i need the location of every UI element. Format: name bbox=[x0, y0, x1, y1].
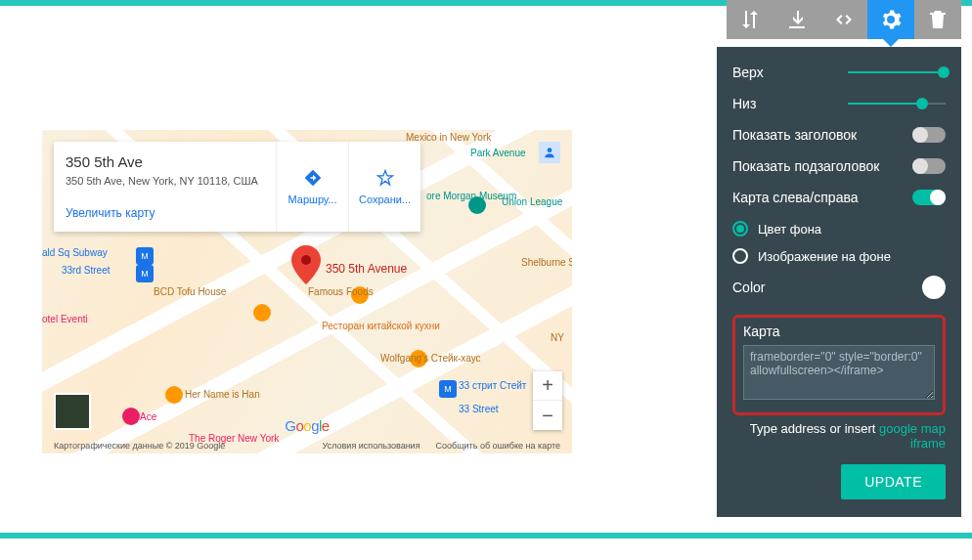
copyright-text: Картографические данные © 2019 Google bbox=[54, 441, 225, 451]
enlarge-map-link[interactable]: Увеличить карту bbox=[66, 206, 155, 220]
bg-image-label: Изображение на фоне bbox=[758, 249, 891, 264]
swap-button[interactable] bbox=[727, 0, 773, 39]
show-subtitle-label: Показать подзаголовок bbox=[732, 158, 879, 174]
top-slider-label: Верх bbox=[732, 65, 764, 80]
gmap-iframe-link[interactable]: google map iframe bbox=[879, 421, 946, 451]
info-title: 350 5th Ave bbox=[66, 153, 264, 170]
zoom-out-button[interactable]: − bbox=[533, 401, 562, 430]
zoom-in-button[interactable]: + bbox=[533, 371, 562, 401]
settings-button[interactable] bbox=[867, 0, 914, 39]
top-slider[interactable] bbox=[848, 71, 946, 73]
show-title-toggle[interactable] bbox=[912, 127, 946, 143]
profile-icon[interactable] bbox=[539, 142, 560, 163]
editor-toolbar bbox=[727, 0, 961, 39]
helper-text: Type address or insert google map iframe bbox=[732, 421, 946, 451]
map-footer: Картографические данные © 2019 Google Ус… bbox=[42, 441, 572, 451]
bottom-slider-label: Низ bbox=[732, 96, 756, 111]
map-code-label: Карта bbox=[743, 323, 935, 339]
color-label: Color bbox=[732, 280, 765, 295]
code-button[interactable] bbox=[820, 0, 867, 39]
show-subtitle-toggle[interactable] bbox=[912, 158, 946, 174]
directions-button[interactable]: Маршру... bbox=[276, 142, 348, 232]
color-swatch[interactable] bbox=[922, 276, 946, 299]
bottom-slider[interactable] bbox=[848, 103, 946, 105]
map-info-card: 350 5th Ave 350 5th Ave, New York, NY 10… bbox=[54, 142, 420, 232]
map-marker-icon bbox=[291, 245, 321, 288]
bg-color-label: Цвет фона bbox=[758, 222, 821, 237]
settings-panel: Верх Низ Показать заголовок Показать под… bbox=[717, 47, 961, 517]
marker-label: 350 5th Avenue bbox=[326, 262, 407, 276]
svg-point-0 bbox=[301, 255, 311, 265]
google-logo: Google bbox=[285, 417, 329, 434]
bg-image-radio[interactable]: Изображение на фоне bbox=[732, 248, 946, 264]
zoom-controls: + − bbox=[533, 371, 562, 430]
map-side-toggle[interactable] bbox=[912, 190, 946, 205]
map-side-label: Карта слева/справа bbox=[732, 190, 858, 205]
map-preview: Mexico in New York Park Avenue ore Morga… bbox=[42, 130, 572, 453]
show-title-label: Показать заголовок bbox=[732, 127, 857, 143]
delete-button[interactable] bbox=[914, 0, 961, 39]
save-place-button[interactable]: Сохрани... bbox=[348, 142, 420, 232]
terms-link[interactable]: Условия использования bbox=[323, 441, 420, 451]
download-button[interactable] bbox=[773, 0, 820, 39]
info-address: 350 5th Ave, New York, NY 10118, США bbox=[66, 174, 264, 189]
update-button[interactable]: UPDATE bbox=[841, 464, 946, 499]
map-code-section: Карта bbox=[732, 315, 946, 415]
satellite-toggle[interactable] bbox=[54, 393, 91, 430]
report-error-link[interactable]: Сообщить об ошибке на карте bbox=[436, 441, 560, 451]
svg-point-1 bbox=[548, 148, 552, 152]
map-code-textarea[interactable] bbox=[743, 345, 935, 400]
bg-color-radio[interactable]: Цвет фона bbox=[732, 221, 946, 237]
